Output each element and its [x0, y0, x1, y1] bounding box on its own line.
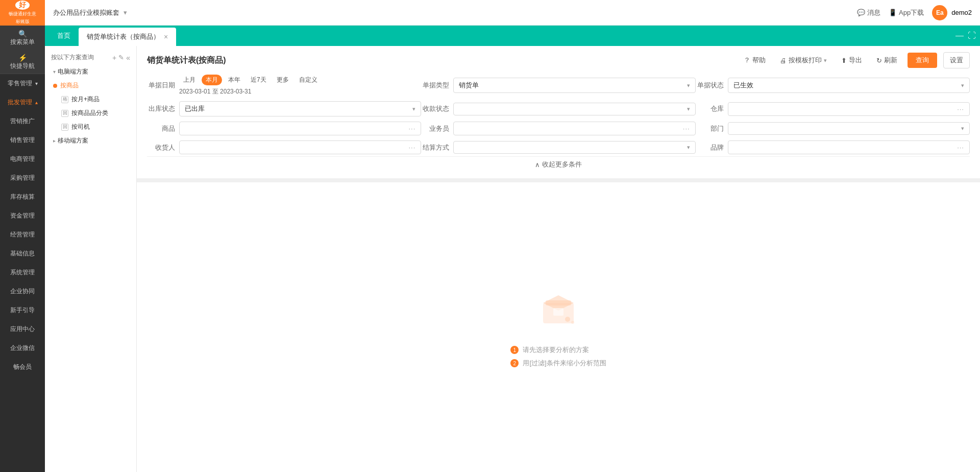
sidebar-item-guide[interactable]: 新手引导	[0, 301, 45, 320]
sidebar-item-cooperation[interactable]: 企业协同	[0, 282, 45, 301]
tip-text-1: 请先选择要分析的方案	[523, 345, 589, 355]
receiver-input[interactable]: ···	[179, 140, 421, 154]
settlement-select[interactable]: ▾	[453, 141, 695, 154]
sidebar-item-purchase[interactable]: 采购管理	[0, 169, 45, 187]
print-label: 按模板打印	[789, 56, 822, 65]
export-label: 导出	[849, 56, 862, 65]
scheme-add-icon[interactable]: +	[112, 54, 116, 62]
page-area: 按以下方案查询 + ✎ « ▾ 电脑端方案 按商品 格 按月+	[45, 46, 980, 472]
breadcrumb-dropdown-icon[interactable]: ▾	[124, 9, 127, 16]
delivery-arrow-icon: ▾	[412, 106, 415, 112]
sidebar-item-finance[interactable]: 资金管理	[0, 206, 45, 225]
scheme-item-by-goods[interactable]: 按商品	[49, 79, 132, 92]
query-button[interactable]: 查询	[908, 53, 937, 68]
tab-maximize-icon[interactable]: ⛶	[968, 31, 976, 40]
page-actions: ？ 帮助 🖨 按模板打印 ▾ ⬆ 导出 ↻	[740, 52, 970, 68]
delivery-select[interactable]: 已出库 ▾	[179, 101, 421, 116]
warehouse-input[interactable]: ···	[728, 102, 970, 116]
sidebar-item-operation[interactable]: 经营管理	[0, 225, 45, 244]
date-tab-7days[interactable]: 近7天	[247, 75, 271, 85]
scheme-item-icon: 格	[61, 96, 68, 103]
delivery-value: 已出库	[185, 104, 205, 113]
date-tab-lastmonth[interactable]: 上月	[179, 75, 200, 85]
settlement-arrow-icon: ▾	[687, 144, 690, 151]
tab-close-icon[interactable]: ×	[164, 33, 168, 41]
sidebar-item-basic[interactable]: 基础信息	[0, 244, 45, 263]
sidebar-item-marketing[interactable]: 营销推广	[0, 112, 45, 131]
staff-input[interactable]: ···	[453, 122, 695, 135]
docstatus-filter-cell: 单据状态 已生效 ▾	[696, 78, 970, 93]
sidebar-item-retail[interactable]: 零售管理 ▾	[0, 74, 45, 93]
svg-point-5	[571, 321, 574, 324]
help-icon: ？	[744, 56, 750, 65]
print-button[interactable]: 🖨 按模板打印 ▾	[776, 54, 831, 67]
tip-text-2: 用[过滤]条件来缩小分析范围	[523, 359, 606, 368]
date-tab-custom[interactable]: 自定义	[295, 75, 322, 85]
sidebar-item-label: 基础信息	[10, 249, 35, 258]
sidebar-item-sales[interactable]: 销售管理	[0, 131, 45, 150]
scheme-edit-icon[interactable]: ✎	[118, 54, 124, 62]
brand-dots: ···	[957, 144, 964, 151]
docstatus-select[interactable]: 已生效 ▾	[728, 78, 970, 93]
collapse-button[interactable]: ∧ 收起更多条件	[147, 156, 970, 172]
scheme-item-by-month-goods[interactable]: 格 按月+商品	[49, 92, 132, 106]
page-title: 销货单统计表(按商品)	[147, 55, 226, 66]
refresh-button[interactable]: ↻ 刷新	[872, 54, 901, 67]
sidebar-item-wechat[interactable]: 企业微信	[0, 339, 45, 358]
payment-input[interactable]: ▾	[453, 103, 695, 115]
scheme-group-desktop-title[interactable]: ▾ 电脑端方案	[49, 65, 132, 79]
dept-select[interactable]: ▾	[728, 122, 970, 135]
app-download-button[interactable]: 📱 App下载	[889, 8, 924, 17]
scheme-group-mobile-title[interactable]: ▸ 移动端方案	[49, 134, 132, 148]
print-icon: 🖨	[780, 57, 787, 64]
print-arrow-icon: ▾	[824, 57, 827, 64]
active-dot-icon	[53, 84, 57, 88]
sidebar-item-member[interactable]: 畅会员	[0, 358, 45, 376]
sidebar-item-label: 资金管理	[10, 211, 35, 220]
settings-button[interactable]: 设置	[943, 52, 970, 68]
message-button[interactable]: 💬 消息	[857, 8, 880, 17]
date-tab-thisyear[interactable]: 本年	[224, 75, 244, 85]
delivery-label: 出库状态	[147, 104, 175, 113]
sidebar-item-system[interactable]: 系统管理	[0, 263, 45, 282]
date-tab-thismonth[interactable]: 本月	[202, 75, 222, 85]
sidebar-item-appcenter[interactable]: 应用中心	[0, 320, 45, 339]
goods-input[interactable]: ···	[179, 122, 421, 135]
brand-input[interactable]: ···	[728, 140, 970, 154]
collapse-chevron-icon: ∧	[535, 161, 540, 169]
sidebar-item-ecommerce[interactable]: 电商管理	[0, 150, 45, 169]
logo-icon: 好	[15, 1, 30, 10]
scheme-group-desktop: ▾ 电脑端方案 按商品 格 按月+商品 回 按商品品分类 回 按司机	[45, 65, 136, 134]
sidebar-item-label: 新手引导	[10, 306, 35, 315]
date-tab-more[interactable]: 更多	[273, 75, 293, 85]
tab-sales-report[interactable]: 销货单统计表（按商品） ×	[79, 28, 176, 46]
empty-tip-1: 1 请先选择要分析的方案	[510, 345, 606, 355]
tab-home[interactable]: 首页	[49, 26, 79, 46]
scheme-item-by-driver[interactable]: 回 按司机	[49, 120, 132, 134]
scheme-collapse-icon[interactable]: «	[126, 54, 130, 62]
tab-minimize-icon[interactable]: —	[955, 31, 964, 40]
sidebar-item-wholesale[interactable]: 批发管理 ▴	[0, 93, 45, 112]
scheme-item-by-category[interactable]: 回 按商品品分类	[49, 106, 132, 120]
help-button[interactable]: ？ 帮助	[740, 54, 770, 67]
payment-filter-cell: 收款状态 ▾	[421, 103, 695, 115]
doctype-select[interactable]: 销货单 ▾	[453, 78, 695, 93]
filter-row-4: 收货人 ··· 结算方式 ▾	[147, 140, 970, 154]
user-name: demo2	[951, 9, 972, 16]
sidebar-item-inventory[interactable]: 库存核算	[0, 187, 45, 206]
tabbar-actions: — ⛶	[955, 31, 976, 40]
scheme-panel: 按以下方案查询 + ✎ « ▾ 电脑端方案 按商品 格 按月+	[45, 46, 137, 472]
scheme-group-label: 电脑端方案	[58, 67, 88, 76]
settings-label: 设置	[950, 56, 963, 65]
empty-tip-2: 2 用[过滤]条件来缩小分析范围	[510, 359, 606, 368]
sidebar-item-label: 电商管理	[10, 155, 35, 163]
scheme-item-icon: 回	[61, 110, 68, 117]
message-label: 消息	[867, 8, 880, 17]
export-button[interactable]: ⬆ 导出	[837, 54, 866, 67]
logo-text: 畅捷通好生意	[9, 11, 36, 17]
doctype-label: 单据类型	[421, 81, 449, 90]
sidebar-item-quicknav[interactable]: ⚡ 快捷导航	[0, 51, 45, 74]
user-menu[interactable]: Ea demo2	[932, 5, 972, 20]
sidebar-item-search[interactable]: 🔍 搜索菜单	[0, 26, 45, 51]
goods-label: 商品	[147, 124, 175, 133]
